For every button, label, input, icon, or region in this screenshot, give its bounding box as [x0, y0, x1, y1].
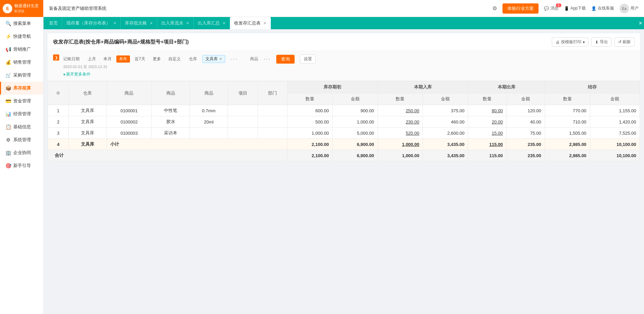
- sidebar-logo: 6 畅捷通好生意 标准版: [0, 0, 43, 17]
- trial-button[interactable]: 体验行业方案: [502, 3, 539, 14]
- sidebar-item-purchase[interactable]: 🛒 采购管理: [0, 69, 43, 82]
- query-button[interactable]: 查询: [276, 55, 295, 64]
- user-label: 用户: [630, 5, 639, 11]
- tab-inventory-dist[interactable]: 现存量（库存分布表） ✕: [62, 17, 121, 29]
- tab-batch-ledger-close[interactable]: ✕: [150, 21, 153, 26]
- table-subtotal-row: 4 文具库 小计 2,100.00 6,900.00 1,000.00 3,43…: [48, 139, 640, 150]
- col-in-qty: 数量: [378, 93, 423, 105]
- row-warehouse: 文具库: [69, 128, 106, 139]
- row-no: 2: [48, 116, 69, 128]
- table-row: 3 文具库 0100003 采访本 1,000.00 5,000.00 520.…: [48, 128, 640, 139]
- sidebar-item-quick-nav[interactable]: ⚡ 快捷导航: [0, 30, 43, 43]
- date-btn-last-month[interactable]: 上月: [85, 55, 99, 63]
- sidebar-item-sales[interactable]: 💰 销售管理: [0, 56, 43, 69]
- guide-icon: 🎯: [5, 163, 11, 168]
- subtotal-out-qty[interactable]: 115.00: [468, 139, 507, 150]
- col-bal-qty: 数量: [545, 93, 590, 105]
- row-project: [228, 116, 258, 128]
- date-btn-7days[interactable]: 近7天: [132, 55, 148, 63]
- online-service-button[interactable]: 👤 在线客服: [591, 5, 614, 11]
- sidebar-item-inventory[interactable]: 📦 库存核算: [0, 82, 43, 95]
- row-code: 0100002: [106, 116, 152, 128]
- row-open-amt: 900.00: [332, 105, 378, 116]
- marketing-icon: 📢: [5, 47, 11, 52]
- subtotal-in-qty[interactable]: 1,000.00: [378, 139, 423, 150]
- tab-receipt-summary[interactable]: 收发存汇总表 ✕: [230, 17, 271, 29]
- row-name: 中性笔: [152, 105, 189, 116]
- print-button[interactable]: 🖨 按模板打印 ▾: [552, 37, 589, 47]
- settings-button[interactable]: 设置: [300, 54, 316, 64]
- subtotal-open-amt: 6,900.00: [332, 139, 378, 150]
- row-in-qty[interactable]: 230.00: [378, 116, 423, 128]
- user-button[interactable]: Ea 用户: [620, 4, 639, 13]
- sidebar: 6 畅捷通好生意 标准版 🔍 搜索菜单 ⚡ 快捷导航 📢 营销推广 💰 销售管理…: [0, 0, 44, 314]
- row-out-qty[interactable]: 80.00: [468, 105, 507, 116]
- subtotal-out-amt: 235.00: [507, 139, 545, 150]
- date-btn-more[interactable]: 更多: [150, 55, 164, 63]
- expand-filter-button[interactable]: ▾ 展开更多条件: [63, 71, 316, 77]
- col-spec-header: 商品: [189, 81, 228, 105]
- sidebar-item-enterprise[interactable]: 🏢 企业协同: [0, 146, 43, 159]
- row-bal-amt: 1,420.00: [590, 116, 640, 128]
- row-out-qty[interactable]: 20.00: [468, 116, 507, 128]
- goods-more-dots[interactable]: ···: [264, 55, 271, 63]
- row-warehouse: 文具库: [69, 116, 106, 128]
- row-bal-qty: 770.00: [545, 105, 590, 116]
- sidebar-item-operations[interactable]: 📊 经营管理: [0, 108, 43, 120]
- data-table-wrapper: ⚙ 仓库 商品 商品 商品 项目 部门 库存期初 本期入库 本期出库 结存: [48, 81, 640, 161]
- sidebar-item-system[interactable]: ⚙ 系统管理: [0, 133, 43, 146]
- total-open-amt: 6,900.00: [332, 150, 378, 161]
- tab-inventory-dist-close[interactable]: ✕: [113, 21, 116, 26]
- row-in-qty[interactable]: 250.00: [378, 105, 423, 116]
- sidebar-item-finance[interactable]: 💳 资金管理: [0, 95, 43, 108]
- tab-inout-flow-close[interactable]: ✕: [186, 21, 189, 26]
- row-bal-qty: 1,505.00: [545, 128, 590, 139]
- topbar-actions: ⚙ 体验行业方案 💬 消息 6 📱 App下载 👤 在线客服 Ea 用户: [492, 3, 639, 14]
- sidebar-item-marketing[interactable]: 📢 营销推广: [0, 43, 43, 56]
- tab-inout-summary[interactable]: 出入库汇总 ✕: [194, 17, 230, 29]
- operations-icon: 📊: [5, 111, 11, 117]
- row-dept: [258, 116, 287, 128]
- sidebar-nav: 🔍 搜索菜单 ⚡ 快捷导航 📢 营销推广 💰 销售管理 🛒 采购管理 📦 库存核…: [0, 17, 43, 314]
- row-code: 0100003: [106, 128, 152, 139]
- page-header-actions: 🖨 按模板打印 ▾ ⬇ 导出 ↺ 刷新: [552, 37, 634, 47]
- date-range-text: 2023-01-01 至 2023-12-31: [63, 64, 316, 69]
- page-header: 收发存汇总表(按仓库+商品编码+商品+规格型号+项目+部门) 🖨 按模板打印 ▾…: [48, 33, 640, 51]
- row-in-qty[interactable]: 520.00: [378, 128, 423, 139]
- sidebar-item-guide[interactable]: 🎯 新手引导: [0, 159, 43, 172]
- table-settings-icon[interactable]: ⚙: [48, 81, 69, 105]
- sidebar-item-basic-info[interactable]: 📋 基础信息: [0, 120, 43, 133]
- expand-icon: ▾: [63, 72, 65, 77]
- total-out-qty: 115.00: [468, 150, 507, 161]
- message-button[interactable]: 💬 消息 6: [544, 5, 559, 11]
- tab-receipt-summary-close[interactable]: ✕: [263, 21, 266, 26]
- date-btn-this-year[interactable]: 本年: [116, 55, 130, 63]
- goods-label: 商品: [250, 56, 258, 62]
- total-in-amt: 3,435.00: [423, 150, 468, 161]
- app-download-button[interactable]: 📱 App下载: [564, 5, 586, 11]
- sidebar-item-search[interactable]: 🔍 搜索菜单: [0, 17, 43, 30]
- date-btn-custom[interactable]: 自定义: [166, 55, 183, 63]
- date-btn-this-month[interactable]: 本月: [101, 55, 114, 63]
- tab-inout-summary-close[interactable]: ✕: [222, 21, 226, 26]
- export-button[interactable]: ⬇ 导出: [591, 37, 612, 47]
- sidebar-item-label: 销售管理: [13, 59, 31, 65]
- online-service-icon: 👤: [591, 6, 596, 11]
- settings-icon[interactable]: ⚙: [492, 5, 497, 12]
- warehouse-tag-remove[interactable]: ✕: [219, 57, 222, 61]
- warehouse-tag-text: 文具库: [205, 56, 218, 62]
- tab-batch-ledger[interactable]: 库存批次账 ✕: [121, 17, 157, 29]
- row-open-amt: 5,000.00: [332, 128, 378, 139]
- tab-home[interactable]: 首页: [45, 17, 62, 29]
- close-panel-button[interactable]: ✕: [639, 20, 643, 26]
- sidebar-item-label: 搜索菜单: [13, 20, 31, 27]
- row-name: 胶水: [152, 116, 189, 128]
- refresh-button[interactable]: ↺ 刷新: [614, 37, 634, 47]
- row-out-qty[interactable]: 15.00: [468, 128, 507, 139]
- tab-inout-summary-label: 出入库汇总: [198, 20, 220, 26]
- purchase-icon: 🛒: [5, 72, 11, 78]
- warehouse-more-dots[interactable]: ···: [231, 55, 238, 63]
- collapse-button[interactable]: ❯: [53, 54, 59, 61]
- tab-inout-flow[interactable]: 出入库流水 ✕: [157, 17, 194, 29]
- col-in-amt: 金额: [423, 93, 468, 105]
